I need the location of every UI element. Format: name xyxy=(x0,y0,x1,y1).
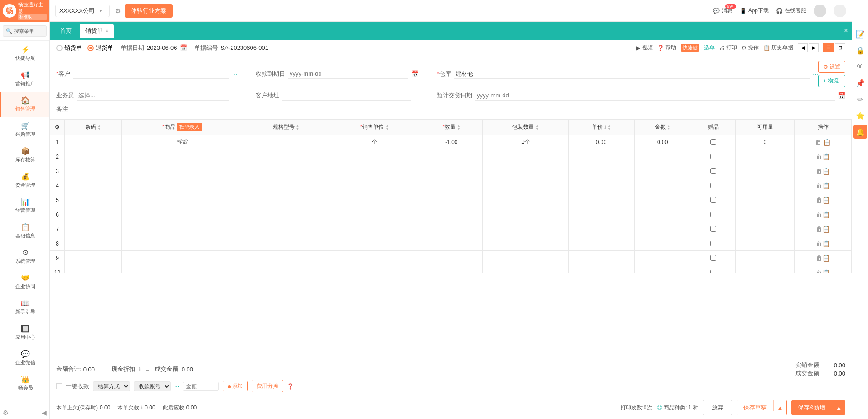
account-select[interactable]: 收款账号 xyxy=(134,381,171,391)
tab-close-icon[interactable]: × xyxy=(106,29,108,34)
cell-price-1[interactable]: 0.00 xyxy=(568,135,634,149)
settle-method-select[interactable]: 结算方式 xyxy=(93,381,130,391)
copy-row-1-icon[interactable]: 📋 xyxy=(823,139,831,146)
radio-return-order[interactable]: 退货单 xyxy=(87,44,113,52)
warehouse-picker-icon[interactable]: ··· xyxy=(813,70,818,77)
delete-row-2-icon[interactable]: 🗑 xyxy=(816,153,822,160)
scan-button[interactable]: 扫码录入 xyxy=(177,123,202,131)
copy-row-4-icon[interactable]: 📋 xyxy=(822,182,830,189)
rp-orange-icon[interactable]: 🔔 xyxy=(853,125,867,139)
add-payment-button[interactable]: ● 添加 xyxy=(223,381,248,391)
sidebar-item-quick-nav[interactable]: ⚡ 快捷导航 xyxy=(0,41,49,66)
sidebar-item-guide[interactable]: 📖 新手引导 xyxy=(0,294,49,320)
settings-button[interactable]: ⚙ 设置 xyxy=(818,61,845,73)
copy-row-3-icon[interactable]: 📋 xyxy=(822,168,830,175)
gear-icon[interactable]: ⚙ xyxy=(115,7,121,14)
copy-row-10-icon[interactable]: 📋 xyxy=(822,269,830,274)
discard-button[interactable]: 放弃 xyxy=(703,400,732,415)
radio-sales-order[interactable]: 销货单 xyxy=(56,44,82,52)
save-new-dropdown-btn[interactable]: ▲ xyxy=(832,400,845,415)
prev-arrow[interactable]: ◀ xyxy=(798,43,808,52)
message-button[interactable]: 💬 消息 99+ xyxy=(713,7,732,14)
sales-rep-input[interactable] xyxy=(77,91,229,101)
avatar-extra[interactable] xyxy=(834,5,846,17)
delete-row-1-icon[interactable]: 🗑 xyxy=(815,139,821,146)
save-draft-dropdown-btn[interactable]: ▲ xyxy=(774,400,787,415)
settings-bottom-icon[interactable]: ⚙ xyxy=(3,409,9,416)
copy-row-8-icon[interactable]: 📋 xyxy=(822,240,830,247)
copy-row-6-icon[interactable]: 📋 xyxy=(822,211,830,218)
cell-gift-1[interactable] xyxy=(691,135,736,149)
help-link[interactable]: ❓ 帮助 xyxy=(657,44,676,52)
table-scroll-area[interactable]: ⚙ 条码 ▲▼ *商品 扫码录入 规格型号 xyxy=(50,119,852,273)
customer-addr-picker-icon[interactable]: ··· xyxy=(413,92,419,99)
print-link[interactable]: 🖨 打印 xyxy=(719,44,737,52)
cell-qty-1[interactable]: -1.00 xyxy=(420,135,483,149)
next-arrow[interactable]: ▶ xyxy=(809,43,819,52)
gift-checkbox-3[interactable] xyxy=(710,168,716,174)
gift-checkbox-5[interactable] xyxy=(710,197,716,203)
customer-addr-input[interactable] xyxy=(282,91,411,101)
calendar-icon[interactable]: 📅 xyxy=(180,44,187,51)
grid-view-btn[interactable]: ⊞ xyxy=(835,43,845,52)
price-info-icon[interactable]: ℹ xyxy=(604,124,606,130)
delete-row-10-icon[interactable]: 🗑 xyxy=(816,269,822,274)
sidebar-item-operations[interactable]: 📊 经营管理 xyxy=(0,193,49,218)
customer-picker-icon[interactable]: ··· xyxy=(232,70,238,77)
sidebar-item-basic-info[interactable]: 📋 基础信息 xyxy=(0,218,49,244)
sidebar-item-marketing[interactable]: 📢 营销推广 xyxy=(0,66,49,92)
gift-checkbox-9[interactable] xyxy=(710,255,716,261)
due-date-calendar-icon[interactable]: 📅 xyxy=(411,70,419,77)
rp-lock-icon[interactable]: 🔒 xyxy=(853,43,867,57)
payment-amount-input[interactable] xyxy=(183,382,219,391)
rp-star-icon[interactable]: ⭐ xyxy=(853,109,867,122)
operations-link[interactable]: ⚙ 操作 xyxy=(742,44,759,52)
delete-row-4-icon[interactable]: 🗑 xyxy=(816,182,822,189)
balance-info-icon[interactable]: ℹ xyxy=(141,405,143,411)
customer-input[interactable] xyxy=(73,69,229,79)
delete-row-9-icon[interactable]: 🗑 xyxy=(816,255,822,262)
sidebar-search[interactable]: 🔍 搜索菜单 xyxy=(0,22,49,41)
sidebar-item-app-center[interactable]: 🔲 应用中心 xyxy=(0,320,49,345)
account-picker-icon[interactable]: ··· xyxy=(175,383,179,390)
gift-checkbox-2[interactable] xyxy=(710,154,716,159)
sidebar-item-collab[interactable]: 🤝 企业协同 xyxy=(0,269,49,294)
tab-home[interactable]: 首页 xyxy=(53,23,78,39)
one-click-pay-checkbox[interactable] xyxy=(56,383,62,389)
gift-checkbox-10[interactable] xyxy=(710,270,716,273)
close-all-tabs-icon[interactable]: × xyxy=(844,27,848,34)
gift-checkbox-1[interactable] xyxy=(710,139,716,145)
rp-eye-icon[interactable]: 👁 xyxy=(853,60,867,73)
copy-row-9-icon[interactable]: 📋 xyxy=(822,255,830,262)
warehouse-input[interactable] xyxy=(454,69,810,79)
copy-row-7-icon[interactable]: 📋 xyxy=(822,226,830,233)
sidebar-item-system[interactable]: ⚙ 系统管理 xyxy=(0,244,49,269)
th-settings[interactable]: ⚙ xyxy=(50,120,65,135)
list-view-btn[interactable]: ☰ xyxy=(823,43,834,52)
discount-info-icon[interactable]: ℹ xyxy=(139,366,141,372)
shortcut-link[interactable]: 快捷键 xyxy=(681,44,699,52)
table-settings-icon[interactable]: ⚙ xyxy=(55,124,60,130)
tab-sales-order[interactable]: 销货单 × xyxy=(80,24,114,38)
sidebar-item-inventory[interactable]: 📦 库存核算 xyxy=(0,142,49,168)
select-link[interactable]: 选单 xyxy=(704,44,715,52)
sales-rep-picker-icon[interactable]: ··· xyxy=(232,92,238,99)
delete-row-5-icon[interactable]: 🗑 xyxy=(816,197,822,204)
delete-row-3-icon[interactable]: 🗑 xyxy=(816,168,822,175)
due-date-input[interactable] xyxy=(288,69,408,79)
collapse-icon[interactable]: ◀ xyxy=(42,409,47,416)
sidebar-item-wechat[interactable]: 💬 企业微信 xyxy=(0,345,49,371)
sidebar-item-sales[interactable]: 🏠 销售管理 xyxy=(0,92,49,117)
remarks-input[interactable] xyxy=(71,104,845,114)
gift-checkbox-4[interactable] xyxy=(710,183,716,188)
delete-row-8-icon[interactable]: 🗑 xyxy=(816,240,822,247)
payment-help-icon[interactable]: ❓ xyxy=(287,383,294,390)
save-draft-button[interactable]: 保存草稿 xyxy=(737,400,773,415)
rp-pin-icon[interactable]: 📌 xyxy=(853,76,867,90)
avatar[interactable] xyxy=(814,5,826,17)
sidebar-item-purchase[interactable]: 🛒 采购管理 xyxy=(0,117,49,142)
copy-row-5-icon[interactable]: 📋 xyxy=(822,197,830,204)
gift-checkbox-8[interactable] xyxy=(710,241,716,246)
delete-row-6-icon[interactable]: 🗑 xyxy=(816,211,822,218)
expected-date-calendar-icon[interactable]: 📅 xyxy=(838,92,845,99)
